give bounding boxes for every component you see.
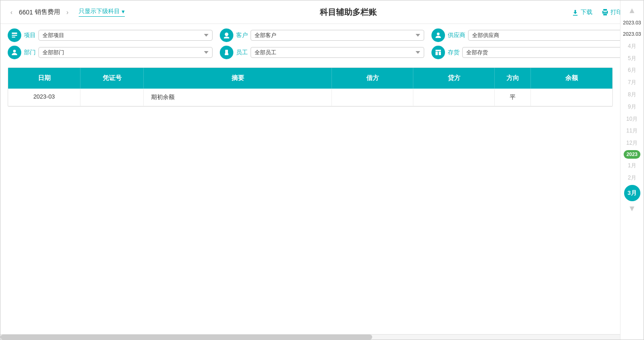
col-credit: 贷方 [413,68,495,89]
timeline-month-8[interactable]: 8月 [620,89,644,101]
timeline-sidebar: ▲ 2023.03 2023.03 4月 5月 6月 7月 8月 9月 10月 … [620,0,644,340]
project-icon [8,28,21,42]
svg-rect-2 [12,37,15,38]
account-code: 6601 销售费用 [15,8,64,16]
filter-inventory: 存货 全部存货 [431,46,636,59]
nav-prev-button[interactable]: ‹ [8,8,15,17]
dept-icon [8,46,21,59]
account-code-value: 6601 [19,9,33,16]
svg-point-3 [437,33,440,35]
col-debit: 借方 [332,68,413,89]
dept-select[interactable]: 全部部门 [38,47,213,58]
timeline-nav-down[interactable]: ▼ [620,202,644,215]
filter-dept: 部门 全部部门 [8,46,213,59]
timeline-month-7[interactable]: 7月 [620,76,644,89]
main-window: ‹ 6601 销售费用 › 只显示下级科目 ▾ 科目辅助多栏账 下载 打印 [0,0,644,340]
filter-project: 项目 全部项目 [8,28,213,42]
filter-supplier: 供应商 全部供应商 [431,28,636,42]
table-body: 2023-03 期初余额 平 [8,89,612,106]
cell-date: 2023-03 [8,89,80,106]
table-header: 日期 凭证号 摘要 借方 贷方 方向 余额 [8,68,612,89]
inventory-icon [431,46,445,59]
col-date: 日期 [8,68,80,89]
col-direction: 方向 [495,68,531,89]
download-icon [572,9,579,16]
timeline-month-3-selected[interactable]: 3月 [624,185,640,201]
horizontal-scrollbar[interactable] [0,334,620,340]
show-sub-label: 只显示下级科目 [79,7,120,15]
svg-rect-0 [12,33,17,34]
cell-summary: 期初余额 [144,89,332,106]
timeline-month-4[interactable]: 4月 [620,40,644,52]
timeline-month-12[interactable]: 12月 [620,137,644,149]
timeline-nav-up[interactable]: ▲ [620,4,644,17]
timeline-period-1[interactable]: 2023.03 [620,17,644,28]
customer-icon [220,28,233,42]
col-voucher: 凭证号 [80,68,144,89]
timeline-month-9[interactable]: 9月 [620,101,644,113]
timeline-month-2[interactable]: 2月 [620,172,644,184]
top-bar: ‹ 6601 销售费用 › 只显示下级科目 ▾ 科目辅助多栏账 下载 打印 [0,0,644,24]
filter-row-1: 项目 全部项目 客户 全部客户 供应商 全部供 [8,28,636,42]
ledger-table: 日期 凭证号 摘要 借方 贷方 方向 余额 2023-03 期初余额 平 [8,67,613,107]
inventory-label: 存货 [448,48,459,57]
inventory-select[interactable]: 全部存货 [462,47,636,58]
scrollbar-thumb[interactable] [0,335,372,340]
filter-customer: 客户 全部客户 [220,28,425,42]
filter-staff: 员工 全部员工 [220,46,425,59]
project-label: 项目 [24,31,36,39]
print-button[interactable]: 打印 [601,8,622,16]
staff-icon [220,46,233,59]
cell-credit [413,89,495,106]
cell-balance [531,89,612,106]
svg-rect-1 [12,35,17,36]
staff-select[interactable]: 全部员工 [251,47,425,58]
supplier-icon [431,28,445,42]
customer-select[interactable]: 全部客户 [251,30,425,41]
col-balance: 余额 [531,68,612,89]
download-label: 下载 [581,8,592,16]
filter-row-2: 部门 全部部门 员工 全部员工 存货 全部存货 [8,46,636,59]
page-title: 科目辅助多栏账 [125,7,572,18]
dept-label: 部门 [24,48,36,57]
download-button[interactable]: 下载 [572,8,592,16]
timeline-year-2023[interactable]: 2023 [624,150,640,159]
svg-rect-5 [225,50,228,53]
top-actions: 下载 打印 [572,8,622,16]
supplier-label: 供应商 [448,31,465,39]
show-sub-arrow-icon: ▾ [122,8,125,15]
nav-next-button[interactable]: › [64,8,71,17]
supplier-select[interactable]: 全部供应商 [468,30,636,41]
col-summary: 摘要 [144,68,332,89]
timeline-month-5[interactable]: 5月 [620,52,644,65]
cell-voucher [80,89,144,106]
timeline-period-2[interactable]: 2023.03 [620,28,644,40]
cell-debit [332,89,413,106]
svg-point-4 [13,50,16,52]
cell-direction: 平 [495,89,531,106]
timeline-month-6[interactable]: 6月 [620,64,644,76]
customer-label: 客户 [236,31,248,39]
timeline-month-11[interactable]: 11月 [620,125,644,137]
show-sub-toggle[interactable]: 只显示下级科目 ▾ [79,7,125,17]
project-select[interactable]: 全部项目 [38,30,213,41]
timeline-month-1[interactable]: 1月 [620,160,644,172]
staff-label: 员工 [236,48,248,57]
timeline-month-10[interactable]: 10月 [620,113,644,125]
print-icon [601,9,609,16]
filter-area: 项目 全部项目 客户 全部客户 供应商 全部供 [0,24,644,67]
account-name-value: 销售费用 [35,8,60,16]
table-row: 2023-03 期初余额 平 [8,89,612,106]
